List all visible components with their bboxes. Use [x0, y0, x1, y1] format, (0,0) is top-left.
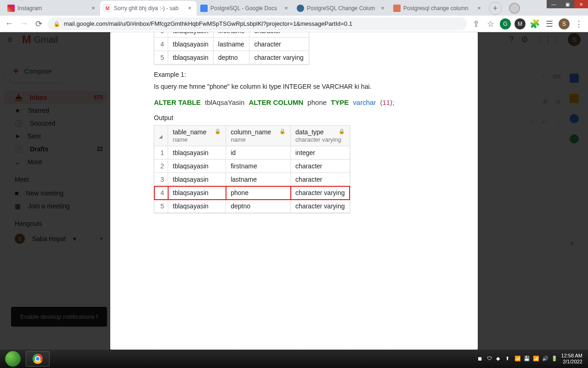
taskbar-chrome[interactable]	[26, 351, 50, 367]
profile-avatar[interactable]	[509, 3, 520, 14]
output-table: ◢ table_name🔒 name column_name🔒 name dat…	[154, 125, 350, 213]
tab-close-icon[interactable]: ×	[379, 5, 386, 12]
cell-table-name: tblaqsayasin	[168, 32, 214, 38]
tab-close-icon[interactable]: ×	[476, 5, 482, 12]
table-row: 5 tblaqsayasin deptno character varying	[154, 200, 350, 213]
tab-postgres1[interactable]: PostgreSQL Change Colum ×	[293, 1, 390, 16]
sql-identifier: phone	[307, 98, 327, 106]
reload-button[interactable]: ⟳	[33, 18, 44, 29]
cell-column-name: lastname	[226, 173, 291, 186]
tab-title: PostgreSQL Change Colum	[307, 5, 377, 12]
header-table-name: table_name🔒 name	[168, 126, 226, 146]
chrome-profile-icon[interactable]: S	[559, 18, 570, 29]
cell-column-name: deptno	[226, 200, 291, 213]
sql-paren: );	[390, 98, 394, 106]
cell-table-name: tblaqsayasin	[168, 173, 226, 186]
start-button[interactable]	[2, 351, 24, 367]
tab-instagram[interactable]: Instagram ×	[4, 1, 100, 16]
tab-strip: Instagram × M Sorry ghlt bhj diya :-) - …	[0, 0, 588, 16]
tray-icon[interactable]: ◼	[478, 356, 484, 362]
chrome-icon	[33, 354, 43, 364]
table-row: 3 tblaqsayasin lastname character	[154, 173, 350, 186]
sql-keyword: ALTER TABLE	[154, 98, 201, 106]
back-button[interactable]: ←	[4, 18, 15, 29]
tab-close-icon[interactable]: ×	[283, 5, 289, 12]
cell-table-name: tblaqsayasin	[168, 186, 226, 200]
lock-icon: 🔒	[279, 128, 286, 134]
url-text: mail.google.com/mail/u/0/#inbox/FMfcgzGm…	[64, 20, 352, 27]
cell-column-name: firstname	[226, 160, 291, 173]
window-controls: — ▣ ✕	[547, 0, 588, 8]
tab-title: Sorry ghlt bhj diya :-) - sab	[114, 5, 184, 12]
network-icon[interactable]: 📶	[533, 356, 539, 362]
sql-identifier: tblAqsaYasin	[205, 98, 244, 106]
tab-title: Postgresql change column	[403, 5, 473, 12]
cell-data-type: character varying	[291, 186, 350, 200]
reading-list-icon[interactable]: ☰	[544, 18, 555, 29]
tray-icons[interactable]: ◼ 🛡 ◆ ⬆ 📶 💾 📶 🔊 🔋	[478, 356, 558, 362]
url-input[interactable]: 🔒 mail.google.com/mail/u/0/#inbox/FMfcgz…	[48, 17, 467, 30]
sql-keyword: TYPE	[331, 98, 349, 106]
window-close-button[interactable]: ✕	[574, 0, 588, 8]
tab-gmail[interactable]: M Sorry ghlt bhj diya :-) - sab ×	[100, 1, 197, 16]
new-tab-button[interactable]: +	[489, 2, 502, 15]
extension-icon[interactable]: M	[514, 18, 526, 29]
site-icon	[393, 5, 401, 12]
row-number: 2	[154, 160, 168, 173]
tray-icon[interactable]: 📶	[514, 356, 521, 362]
cell-data-type: character	[291, 160, 350, 173]
cell-data-type: character	[291, 173, 350, 186]
extension-icon[interactable]: G	[500, 18, 511, 29]
cell-table-name: tblaqsayasin	[168, 160, 226, 173]
tray-icon[interactable]: ⬆	[505, 356, 512, 362]
postgres-icon	[297, 5, 304, 12]
cell-table-name: tblaqsayasin	[168, 51, 214, 64]
lock-icon: 🔒	[53, 21, 60, 27]
instagram-icon	[7, 5, 15, 12]
cell-column-name: lastname	[213, 38, 249, 51]
cell-data-type: character	[249, 32, 309, 38]
minimize-button[interactable]: —	[547, 0, 560, 8]
tray-icon[interactable]: 💾	[524, 356, 530, 362]
volume-icon[interactable]: 🔊	[542, 356, 548, 362]
bookmark-icon[interactable]: ☆	[485, 18, 496, 29]
tray-icon[interactable]: 🛡	[487, 356, 493, 362]
header-title: table_name	[173, 128, 206, 136]
row-number: 5	[154, 51, 168, 64]
tab-close-icon[interactable]: ×	[187, 5, 193, 12]
address-bar: ← → ⟳ 🔒 mail.google.com/mail/u/0/#inbox/…	[0, 16, 588, 32]
share-icon[interactable]: ⇪	[470, 18, 481, 29]
tray-icon[interactable]: ◆	[496, 356, 503, 362]
forward-button[interactable]: →	[18, 18, 29, 29]
sql-code-block: ALTER TABLE tblAqsaYasin ALTER COLUMN ph…	[154, 96, 434, 109]
table-row: 3 tblaqsayasin firstname character	[154, 32, 309, 38]
cell-table-name: tblaqsayasin	[168, 146, 226, 160]
header-blank: ◢	[154, 126, 168, 146]
header-title: column_name	[231, 128, 271, 136]
cell-data-type: character varying	[249, 51, 309, 64]
clock[interactable]: 12:58 AM 2/1/2022	[561, 353, 582, 365]
table-row: 4 tblaqsayasin lastname character	[154, 38, 309, 51]
tab-gdocs[interactable]: PostgreSQL - Google Docs ×	[197, 1, 293, 16]
taskbar: ◼ 🛡 ◆ ⬆ 📶 💾 📶 🔊 🔋 12:58 AM 2/1/2022	[0, 350, 588, 368]
tab-close-icon[interactable]: ×	[90, 5, 96, 12]
chrome-menu-icon[interactable]: ⋮	[573, 18, 584, 29]
header-title: data_type	[295, 128, 324, 136]
header-data-type: data_type🔒 character varying	[291, 126, 350, 146]
cell-column-name: deptno	[213, 51, 249, 64]
tab-title: Instagram	[17, 5, 87, 12]
table-row: 5 tblaqsayasin deptno character varying	[154, 51, 309, 64]
tab-postgres2[interactable]: Postgresql change column ×	[390, 1, 486, 16]
sql-number: 11	[382, 98, 390, 106]
clock-time: 12:58 AM	[561, 353, 582, 359]
cell-column-name: phone	[226, 186, 291, 200]
row-number: 4	[154, 38, 168, 51]
cell-column-name: id	[226, 146, 291, 160]
row-number: 5	[154, 200, 168, 213]
battery-icon[interactable]: 🔋	[551, 356, 558, 362]
extensions-icon[interactable]: 🧩	[529, 18, 540, 29]
maximize-button[interactable]: ▣	[560, 0, 574, 8]
lock-icon: 🔒	[339, 128, 345, 134]
row-number: 4	[154, 186, 168, 200]
header-subtitle: character varying	[295, 136, 341, 143]
